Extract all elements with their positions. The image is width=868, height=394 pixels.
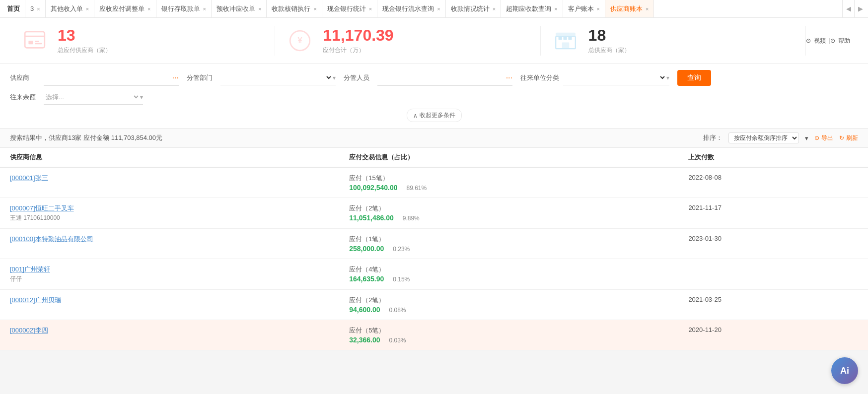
payable-total-icon: ¥ — [285, 26, 315, 56]
nav-tab-precharge-label: 预收冲应收单 — [217, 4, 255, 13]
trans-amount-4[interactable]: 164,635.90 — [349, 275, 384, 283]
col-header-supplier: 供应商信息 — [10, 153, 349, 162]
refresh-button[interactable]: ↻ 刷新 — [839, 134, 858, 142]
nav-prev-button[interactable]: ◀ — [842, 0, 854, 18]
balance-chevron-icon: ▾ — [140, 94, 143, 101]
nav-tab-3[interactable]: 3 × — [25, 0, 46, 18]
close-icon[interactable]: × — [313, 6, 316, 12]
trans-label-5: 应付（2笔） — [349, 296, 688, 305]
balance-select-wrap[interactable]: 选择... ▾ — [44, 90, 143, 105]
summary-card-total-suppliers: 18 总供应商（家） — [541, 26, 806, 56]
col-header-lastpay: 上次付数 — [688, 153, 858, 162]
close-icon[interactable]: × — [369, 6, 372, 12]
nav-tab-income[interactable]: 其他收入单 × — [46, 0, 94, 18]
nav-tab-cashquery[interactable]: 现金银行流水查询 × — [377, 0, 445, 18]
svg-text:¥: ¥ — [298, 36, 302, 45]
export-button[interactable]: ⊙ 导出 — [814, 134, 833, 142]
last-pay-date-2: 2021-11-17 — [688, 204, 722, 211]
trans-amount-5[interactable]: 94,600.00 — [349, 306, 380, 314]
trans-amount-3[interactable]: 258,000.00 — [349, 245, 384, 253]
supplier-name-2[interactable]: [000007]恒旺二手叉车 — [10, 204, 349, 213]
card3-number: 18 — [588, 27, 630, 44]
dept-select[interactable] — [220, 73, 333, 82]
nav-tab-bank[interactable]: 银行存取款单 × — [156, 0, 212, 18]
supplier-name-4[interactable]: [001]广州荣轩 — [10, 265, 349, 274]
last-pay-2: 2021-11-17 — [688, 204, 858, 211]
export-label: 导出 — [821, 134, 833, 142]
trans-row-5: 94,600.00 0.08% — [349, 306, 688, 314]
nav-tab-adjust[interactable]: 应收应付调整单 × — [94, 0, 156, 18]
trans-row-3: 258,000.00 0.23% — [349, 245, 688, 253]
card1-number: 13 — [58, 27, 111, 44]
nav-tab-home[interactable]: 首页 — [2, 0, 25, 18]
transaction-info-5: 应付（2笔） 94,600.00 0.08% — [349, 296, 688, 314]
nav-tab-recstat[interactable]: 收款情况统计 × — [446, 0, 501, 18]
close-icon[interactable]: × — [554, 6, 557, 12]
filter-row-2: 往来余额 选择... ▾ — [10, 90, 858, 105]
filter-supplier: 供应商 ··· — [10, 70, 179, 86]
category-chevron-icon: ▾ — [666, 74, 669, 81]
close-icon[interactable]: × — [646, 6, 649, 12]
nav-tab-precharge[interactable]: 预收冲应收单 × — [212, 0, 267, 18]
dept-select-wrap[interactable]: ▾ — [220, 70, 336, 85]
trans-label-1: 应付（15笔） — [349, 174, 688, 183]
category-select-wrap[interactable]: ▾ — [563, 70, 669, 85]
nav-tab-custbook[interactable]: 客户账本 × — [563, 0, 605, 18]
collapse-button[interactable]: ∧ 收起更多条件 — [407, 109, 462, 122]
nav-tab-supplierbook[interactable]: 供应商账本 × — [605, 0, 654, 18]
card3-content: 18 总供应商（家） — [588, 27, 630, 55]
table-row: [001]广州荣轩 仔仔 应付（4笔） 164,635.90 0.15% — [0, 259, 868, 290]
nav-next-button[interactable]: ▶ — [854, 0, 866, 18]
supplier-name-1[interactable]: [000001]张三 — [10, 174, 349, 183]
supplier-info-6: [000002]李四 — [10, 326, 349, 335]
filter-row-1: 供应商 ··· 分管部门 ▾ 分管人员 ··· — [10, 70, 858, 86]
trans-amount-6[interactable]: 32,366.00 — [349, 336, 380, 344]
person-input[interactable] — [377, 70, 506, 85]
trans-percent-4: 0.15% — [393, 276, 410, 283]
supplier-name-6[interactable]: [000002]李四 — [10, 326, 349, 335]
trans-amount-1[interactable]: 100,092,540.00 — [349, 184, 397, 192]
close-icon[interactable]: × — [597, 6, 600, 12]
close-icon[interactable]: × — [147, 6, 150, 12]
nav-tab-verify[interactable]: 收款核销执行 × — [267, 0, 322, 18]
close-icon[interactable]: × — [86, 6, 89, 12]
refresh-label: 刷新 — [846, 134, 858, 142]
close-icon[interactable]: × — [258, 6, 261, 12]
video-link[interactable]: 视频 — [814, 37, 826, 45]
close-icon[interactable]: × — [493, 6, 496, 12]
close-icon[interactable]: × — [37, 6, 40, 12]
nav-tab-overdue-label: 超期应收款查询 — [506, 4, 551, 13]
close-icon[interactable]: × — [203, 6, 206, 12]
main-content: 供应商信息 应付交易信息（占比） 上次付数 [000001]张三 应付（15笔）… — [0, 148, 868, 350]
supplier-dots-icon[interactable]: ··· — [172, 73, 179, 82]
trans-amount-2[interactable]: 11,051,486.00 — [349, 214, 394, 222]
supplier-filter-label: 供应商 — [10, 73, 40, 82]
category-select[interactable] — [563, 73, 666, 82]
nav-tab-overdue[interactable]: 超期应收款查询 × — [501, 0, 563, 18]
nav-tab-cashstat[interactable]: 现金银行统计 × — [322, 0, 377, 18]
sort-select[interactable]: 按应付余额倒序排序 — [728, 132, 799, 143]
payable-supplier-icon — [20, 26, 50, 56]
card3-label: 总供应商（家） — [588, 46, 630, 55]
person-dots-icon[interactable]: ··· — [506, 73, 512, 82]
nav-tab-custbook-label: 客户账本 — [568, 4, 594, 13]
supplier-input[interactable] — [44, 70, 172, 85]
supplier-name-5[interactable]: [000012]广州贝瑞 — [10, 296, 349, 305]
collapse-btn-label: 收起更多条件 — [420, 111, 455, 120]
balance-select[interactable]: 选择... — [44, 93, 140, 101]
table-row: [000012]广州贝瑞 应付（2笔） 94,600.00 0.08% 2021… — [0, 290, 868, 320]
nav-tab-bank-label: 银行存取款单 — [161, 4, 200, 13]
supplier-name-3[interactable]: [000100]本特勤油品有限公司 — [10, 235, 349, 244]
table-row: [000007]恒旺二手叉车 王通 17106110000 应付（2笔） 11,… — [0, 198, 868, 229]
card2-label: 应付合计（万） — [323, 46, 393, 55]
search-button[interactable]: 查询 — [677, 70, 711, 86]
svg-rect-0 — [25, 32, 45, 48]
nav-tab-income-label: 其他收入单 — [51, 4, 83, 13]
nav-tab-cashquery-label: 现金银行流水查询 — [382, 4, 434, 13]
help-link[interactable]: 帮助 — [838, 37, 850, 45]
transaction-info-1: 应付（15笔） 100,092,540.00 89.61% — [349, 174, 688, 192]
transaction-info-2: 应付（2笔） 11,051,486.00 9.89% — [349, 204, 688, 222]
close-icon[interactable]: × — [437, 6, 440, 12]
card2-content: 11,170.39 应付合计（万） — [323, 27, 393, 55]
refresh-icon: ↻ — [839, 134, 844, 141]
